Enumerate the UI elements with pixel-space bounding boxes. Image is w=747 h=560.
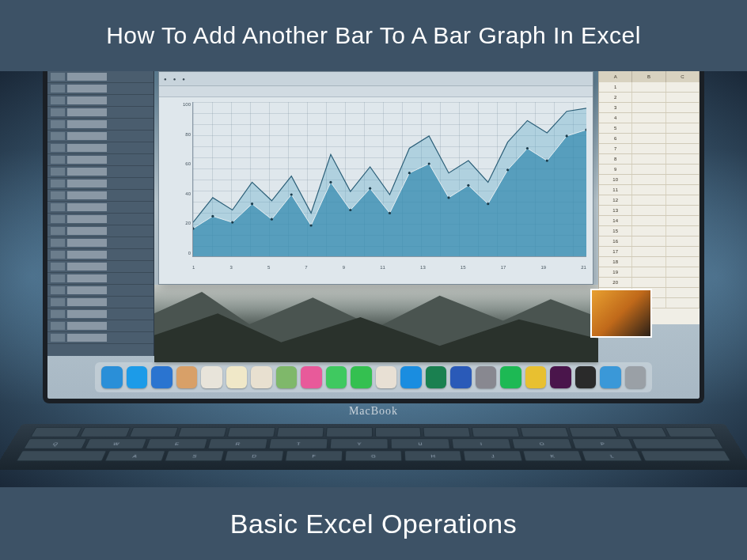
sheet-row: 12 bbox=[599, 195, 700, 206]
svg-point-3 bbox=[211, 215, 214, 218]
dock-photos-icon[interactable] bbox=[301, 366, 322, 388]
sheet-row: 2 bbox=[599, 93, 700, 103]
keyboard-key: W bbox=[85, 439, 147, 449]
spreadsheet-right: ABC document.write(Array.from({length:22… bbox=[598, 71, 700, 324]
dock-appstore-icon[interactable] bbox=[400, 366, 422, 388]
svg-point-20 bbox=[546, 160, 548, 162]
keyboard-key: P bbox=[571, 439, 634, 449]
sidebar-row bbox=[47, 166, 154, 178]
dock-chrome-icon[interactable] bbox=[525, 366, 547, 388]
keyboard-key: A bbox=[104, 451, 165, 461]
chart-window: ●●● 100806040200 13579111315171921 bbox=[158, 71, 593, 285]
svg-point-12 bbox=[389, 212, 391, 214]
sheet-row: 19 bbox=[599, 267, 700, 278]
keyboard-key: R bbox=[207, 439, 268, 449]
sidebar-row bbox=[47, 332, 154, 344]
dock-spotify-icon[interactable] bbox=[500, 366, 521, 388]
sidebar-row bbox=[47, 190, 154, 202]
keyboard-key: Q bbox=[24, 439, 88, 449]
macos-dock bbox=[95, 362, 652, 392]
sheet-row: 5 bbox=[599, 123, 700, 134]
sidebar-row bbox=[47, 273, 154, 285]
dock-finder-icon[interactable] bbox=[101, 366, 123, 388]
sheet-row: 13 bbox=[599, 206, 700, 216]
dock-notes-icon[interactable] bbox=[226, 366, 248, 388]
keyboard-key: U bbox=[391, 439, 450, 449]
dock-music-icon[interactable] bbox=[376, 366, 397, 388]
sidebar-row bbox=[47, 95, 154, 107]
keyboard-key: E bbox=[146, 439, 207, 449]
svg-point-8 bbox=[310, 224, 313, 226]
sheet-row: 11 bbox=[599, 185, 700, 195]
dock-maps-icon[interactable] bbox=[276, 366, 298, 388]
spreadsheet-sidebar: document.write(Array.from({length:23},()… bbox=[47, 71, 154, 356]
dock-settings-icon[interactable] bbox=[476, 366, 497, 388]
laptop-screen: document.write(Array.from({length:23},()… bbox=[43, 71, 704, 403]
page-title: How To Add Another Bar To A Bar Graph In… bbox=[106, 22, 641, 49]
dock-facetime-icon[interactable] bbox=[351, 366, 372, 388]
sheet-row: 14 bbox=[599, 216, 700, 226]
keyboard-key bbox=[129, 427, 179, 437]
chart-canvas bbox=[192, 102, 586, 257]
keyboard-key bbox=[80, 427, 131, 437]
dock-preview-icon[interactable] bbox=[600, 366, 621, 388]
sheet-row: 9 bbox=[599, 165, 700, 175]
sidebar-row bbox=[47, 154, 154, 166]
keyboard-key bbox=[227, 427, 275, 437]
dock-reminders-icon[interactable] bbox=[251, 366, 272, 388]
keyboard-key: H bbox=[404, 451, 462, 461]
sidebar-row bbox=[47, 83, 154, 95]
svg-point-18 bbox=[506, 168, 509, 171]
chart-plot-area: 100806040200 13579111315171921 bbox=[159, 97, 593, 271]
dock-safari-icon[interactable] bbox=[127, 366, 148, 388]
dock-messages-icon[interactable] bbox=[326, 366, 347, 388]
header-banner: How To Add Another Bar To A Bar Graph In… bbox=[0, 0, 747, 71]
dock-calendar-icon[interactable] bbox=[201, 366, 222, 388]
sidebar-row bbox=[47, 178, 154, 190]
dock-excel-icon[interactable] bbox=[426, 366, 447, 388]
svg-point-9 bbox=[329, 181, 332, 184]
sidebar-row bbox=[47, 237, 154, 249]
keyboard-key bbox=[423, 427, 471, 437]
svg-point-11 bbox=[369, 187, 371, 190]
sidebar-row bbox=[47, 119, 154, 131]
dock-terminal-icon[interactable] bbox=[575, 366, 597, 388]
keyboard-key bbox=[631, 439, 723, 449]
dock-slack-icon[interactable] bbox=[550, 366, 571, 388]
sheet-row: 1 bbox=[599, 82, 700, 93]
sheet-row: 3 bbox=[599, 103, 700, 113]
keyboard-key bbox=[375, 427, 422, 437]
keyboard-key: Y bbox=[330, 439, 389, 449]
sidebar-row bbox=[47, 320, 154, 332]
svg-point-21 bbox=[566, 134, 568, 137]
keyboard-key: K bbox=[522, 451, 582, 461]
svg-point-13 bbox=[408, 172, 411, 174]
dock-trash-icon[interactable] bbox=[625, 366, 647, 388]
sidebar-row bbox=[47, 131, 154, 142]
dock-mail-icon[interactable] bbox=[151, 366, 173, 388]
sidebar-row bbox=[47, 71, 154, 83]
keyboard-key bbox=[276, 427, 324, 437]
svg-point-7 bbox=[290, 193, 293, 195]
keyboard-key: J bbox=[464, 451, 523, 461]
desktop-wallpaper bbox=[154, 285, 598, 364]
svg-point-5 bbox=[251, 202, 253, 205]
keyboard-key bbox=[178, 427, 227, 437]
keyboard-key bbox=[641, 451, 731, 461]
keyboard-key: D bbox=[225, 451, 284, 461]
sheet-row: 10 bbox=[599, 175, 700, 185]
dock-contacts-icon[interactable] bbox=[176, 366, 198, 388]
sidebar-row bbox=[47, 308, 154, 320]
sidebar-row bbox=[47, 214, 154, 225]
sidebar-row bbox=[47, 285, 154, 297]
dock-word-icon[interactable] bbox=[450, 366, 472, 388]
svg-point-6 bbox=[271, 218, 273, 221]
keyboard-key bbox=[568, 427, 618, 437]
svg-point-14 bbox=[428, 162, 430, 165]
sheet-row: 16 bbox=[599, 236, 700, 247]
sidebar-row bbox=[47, 297, 154, 308]
keyboard-key bbox=[472, 427, 520, 437]
sidebar-row bbox=[47, 202, 154, 214]
sidebar-row bbox=[47, 249, 154, 261]
keyboard-key bbox=[30, 427, 82, 437]
